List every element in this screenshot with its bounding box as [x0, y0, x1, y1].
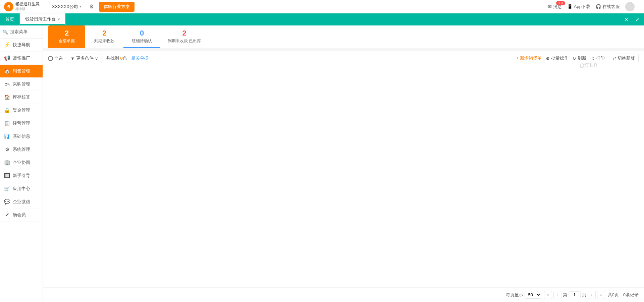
refresh-label: 刷新 — [578, 55, 586, 61]
nav-right-actions: ✕ ⤢ — [623, 15, 644, 23]
stat-tab-overdue[interactable]: 2 到期未收款 — [86, 25, 123, 48]
toolbar: 全选 ▼ 更多条件 ∨ 共找到 0条 相关单据 + 新增销货单 ⚙ 批量操作 — [43, 51, 644, 66]
sidebar-item-guide[interactable]: 🔲 新手引导 — [0, 169, 43, 182]
topbar-right: ✉ 消息 99+ 📱 App下载 🎧 在线客服 — [548, 2, 640, 11]
filter-icon: ▼ — [70, 56, 75, 61]
close-window-icon[interactable]: ✕ — [623, 15, 631, 23]
system-icon: ⚙ — [4, 146, 10, 153]
sidebar-item-purchase[interactable]: 🛍 采购管理 — [0, 78, 43, 91]
message-badge: 99+ — [556, 1, 565, 5]
sidebar-item-label: 应用中心 — [13, 186, 30, 192]
sidebar: 🔍 搜索菜单 ⚡ 快捷导航 📢 营销推广 🏠 销售管理 🛍 采购管理 🏠 库存核… — [0, 25, 43, 302]
related-link[interactable]: 相关单据 — [131, 55, 149, 61]
switch-label: 切换新版 — [618, 55, 635, 61]
first-page-button[interactable]: « — [544, 291, 552, 299]
chevron-down-icon: ▾ — [79, 5, 81, 8]
sidebar-item-label: 经营管理 — [13, 120, 30, 126]
next-page-button[interactable]: › — [588, 291, 596, 299]
main-layout: 🔍 搜索菜单 ⚡ 快捷导航 📢 营销推广 🏠 销售管理 🛍 采购管理 🏠 库存核… — [0, 25, 644, 302]
maximize-window-icon[interactable]: ⤢ — [633, 15, 641, 23]
add-sales-order-button[interactable]: + 新增销货单 — [516, 55, 542, 61]
prev-page-button[interactable]: ‹ — [553, 291, 561, 299]
logo-text-area: 畅捷通好生意 标准版 — [15, 2, 40, 12]
tab-home[interactable]: 首页 — [0, 13, 20, 25]
sidebar-item-system[interactable]: ⚙ 系统管理 — [0, 143, 43, 156]
stat-count-all: 2 — [55, 29, 78, 38]
sidebar-item-sales[interactable]: 🏠 销售管理 — [0, 65, 43, 78]
stat-tab-shipped[interactable]: 2 到期未收款 已出库 — [161, 25, 208, 48]
search-menu-button[interactable]: 🔍 搜索菜单 — [0, 25, 43, 39]
inventory-icon: 🏠 — [4, 94, 10, 100]
tab-close-icon[interactable]: × — [58, 17, 60, 21]
print-button[interactable]: 🖨 打印 — [590, 55, 605, 61]
online-service-button[interactable]: 🎧 在线客服 — [596, 4, 620, 10]
sidebar-item-basic[interactable]: 📊 基础信息 — [0, 130, 43, 143]
app-center-icon: 🛒 — [4, 186, 10, 192]
logo-icon: 6 — [4, 2, 13, 11]
sidebar-item-member[interactable]: ✔ 畅会员 — [0, 208, 43, 222]
switch-icon: ⇄ — [612, 56, 616, 61]
select-all-input[interactable] — [48, 56, 53, 61]
sales-icon: 🏠 — [4, 68, 10, 74]
sidebar-item-quick-nav[interactable]: ⚡ 快捷导航 — [0, 39, 43, 52]
stat-count-overdue: 2 — [93, 29, 116, 38]
app-download-button[interactable]: 📱 App下载 — [567, 4, 590, 10]
avatar[interactable] — [625, 2, 635, 11]
batch-operation-button[interactable]: ⚙ 批量操作 — [546, 55, 569, 61]
sidebar-item-wechat[interactable]: 💬 企业微信 — [0, 195, 43, 208]
trial-button[interactable]: 体验行业方案 — [99, 2, 135, 12]
refresh-icon: ↻ — [573, 56, 576, 61]
logo-sub: 标准版 — [15, 7, 40, 11]
page-size-label: 每页显示 — [506, 292, 523, 298]
sidebar-item-app-center[interactable]: 🛒 应用中心 — [0, 182, 43, 195]
sidebar-item-label: 企业协同 — [13, 160, 30, 166]
toolbar-left: 全选 ▼ 更多条件 ∨ 共找到 0条 相关单据 — [48, 54, 512, 63]
page-size-select-input[interactable]: 50 100 200 — [525, 291, 541, 299]
message-button[interactable]: ✉ 消息 99+ — [548, 4, 562, 10]
print-icon: 🖨 — [590, 56, 595, 61]
page-suffix: 页 — [582, 292, 586, 298]
settings-icon[interactable]: ⚙ — [87, 2, 96, 11]
sidebar-item-label: 销售管理 — [13, 68, 30, 74]
logo-title: 畅捷通好生意 — [15, 2, 40, 7]
stat-tab-all[interactable]: 2 全部单据 — [48, 25, 85, 48]
sidebar-item-label: 资金管理 — [13, 107, 30, 113]
batch-label: 批量操作 — [551, 55, 569, 61]
stat-tab-pending[interactable]: 0 旺铺待确认 — [123, 25, 160, 48]
sidebar-item-marketing[interactable]: 📢 营销推广 — [0, 52, 43, 65]
guide-icon: 🔲 — [4, 173, 10, 179]
purchase-icon: 🛍 — [4, 81, 10, 87]
content-area: 2 全部单据 2 到期未收款 0 旺铺待确认 2 到期未收款 已出库 全选 — [43, 25, 644, 302]
search-menu-label: 搜索菜单 — [10, 29, 28, 35]
last-page-button[interactable]: » — [597, 291, 605, 299]
quick-nav-icon: ⚡ — [4, 42, 10, 48]
total-info: 共0页，0条记录 — [608, 292, 639, 298]
found-count-text: 共找到 0条 — [106, 55, 127, 61]
sidebar-item-enterprise[interactable]: 🏢 企业协同 — [0, 156, 43, 169]
tab-qianhuoqingzuotai[interactable]: 钱货日清工作台 × — [20, 13, 65, 25]
filter-label: 更多条件 — [76, 55, 94, 61]
stat-label-pending: 旺铺待确认 — [130, 38, 154, 44]
found-count-number: 0 — [120, 56, 123, 61]
operation-icon: 📋 — [4, 120, 10, 126]
sidebar-item-label: 采购管理 — [13, 81, 30, 87]
toolbar-right: + 新增销货单 ⚙ 批量操作 ↻ 刷新 🖨 打印 ⇄ 切换新版 — [516, 54, 639, 63]
print-label: 打印 — [596, 55, 605, 61]
company-name: XXXXXX公司 — [52, 4, 78, 10]
company-selector[interactable]: XXXXXX公司 ▾ — [49, 2, 84, 11]
page-number-input[interactable] — [569, 291, 581, 298]
nav-tabs: 首页 钱货日清工作台 × ✕ ⤢ — [0, 13, 644, 25]
sidebar-item-operation[interactable]: 📋 经营管理 — [0, 117, 43, 130]
refresh-button[interactable]: ↻ 刷新 — [573, 55, 586, 61]
stat-count-pending: 0 — [130, 29, 154, 38]
sidebar-item-finance[interactable]: 🔒 资金管理 — [0, 104, 43, 117]
select-all-checkbox[interactable]: 全选 — [48, 55, 63, 61]
filter-button[interactable]: ▼ 更多条件 ∨ — [67, 54, 102, 63]
app-download-icon: 📱 — [567, 4, 573, 9]
page-size-selector: 每页显示 50 100 200 — [506, 291, 541, 299]
sidebar-item-inventory[interactable]: 🏠 库存核算 — [0, 91, 43, 104]
sidebar-item-label: 畅会员 — [13, 212, 26, 218]
table-area — [43, 66, 644, 287]
switch-version-button[interactable]: ⇄ 切换新版 — [609, 54, 639, 63]
stats-tabs: 2 全部单据 2 到期未收款 0 旺铺待确认 2 到期未收款 已出库 — [43, 25, 644, 48]
